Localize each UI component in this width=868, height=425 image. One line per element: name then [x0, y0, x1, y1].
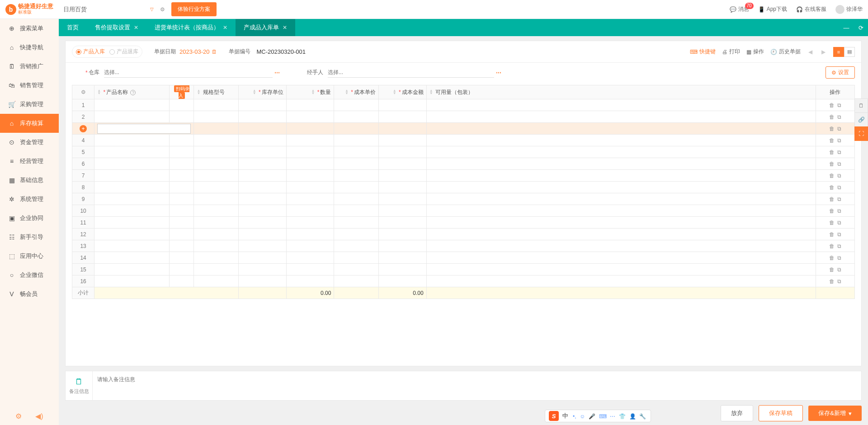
- ime-lang[interactable]: 中: [562, 412, 568, 420]
- spec-cell[interactable]: [194, 252, 238, 264]
- scan-cell[interactable]: [170, 217, 194, 229]
- avail-cell[interactable]: [426, 135, 816, 146]
- unit-cell[interactable]: [238, 217, 286, 229]
- price-cell[interactable]: [334, 252, 378, 264]
- table-row[interactable]: 1🗑⧉: [72, 99, 855, 111]
- calendar-icon[interactable]: 🗓: [212, 49, 217, 55]
- amount-cell[interactable]: [378, 252, 426, 264]
- avail-cell[interactable]: [426, 240, 816, 252]
- warehouse-input[interactable]: [104, 67, 273, 78]
- price-cell[interactable]: [334, 240, 378, 252]
- ime-tool-icon[interactable]: 🔧: [639, 413, 646, 420]
- ime-keyboard-icon[interactable]: ⌨: [599, 413, 607, 420]
- price-cell[interactable]: [334, 182, 378, 193]
- spec-cell[interactable]: [194, 264, 238, 276]
- messages-link[interactable]: 💬 消息 70: [730, 5, 749, 13]
- col-scan[interactable]: 扫码录入: [170, 85, 194, 99]
- qty-cell[interactable]: [286, 252, 334, 264]
- copy-row-button[interactable]: ⧉: [837, 149, 841, 155]
- qty-cell[interactable]: [286, 111, 334, 123]
- next-button[interactable]: ▶: [820, 49, 827, 55]
- qty-cell[interactable]: [286, 146, 334, 158]
- unit-cell[interactable]: [238, 99, 286, 111]
- delete-row-button[interactable]: 🗑: [829, 137, 835, 144]
- scan-cell[interactable]: [170, 252, 194, 264]
- history-button[interactable]: 🕘 历史单据: [770, 48, 801, 56]
- delete-row-button[interactable]: 🗑: [829, 220, 835, 226]
- spec-cell[interactable]: [194, 276, 238, 287]
- table-row[interactable]: 8🗑⧉: [72, 182, 855, 193]
- view-list-button[interactable]: ≡: [833, 47, 844, 57]
- table-wrap[interactable]: ⚙ ▲▼ *产品名称 ? 扫码录入 ▲▼ 规格型号: [66, 85, 861, 366]
- amount-cell[interactable]: [378, 240, 426, 252]
- amount-cell[interactable]: [378, 229, 426, 240]
- col-price[interactable]: ▲▼ *成本单价: [334, 85, 378, 99]
- ime-user-icon[interactable]: 👤: [629, 413, 636, 420]
- product-name-cell[interactable]: [94, 276, 170, 287]
- tab-refresh-button[interactable]: ⟳: [854, 19, 868, 36]
- settings-icon[interactable]: ⚙: [15, 412, 22, 420]
- close-icon[interactable]: ✕: [134, 24, 138, 31]
- copy-row-button[interactable]: ⧉: [837, 278, 841, 285]
- scan-cell[interactable]: [170, 240, 194, 252]
- avail-cell[interactable]: [426, 193, 816, 205]
- tab[interactable]: 进货单统计表（按商品）✕: [146, 19, 236, 36]
- operate-button[interactable]: ▦ 操作: [746, 48, 764, 56]
- delete-row-button[interactable]: 🗑: [829, 114, 835, 120]
- sidebar-item[interactable]: ☷新手引导: [0, 228, 59, 247]
- spec-cell[interactable]: [194, 217, 238, 229]
- avail-cell[interactable]: [426, 111, 816, 123]
- avail-cell[interactable]: [426, 182, 816, 193]
- amount-cell[interactable]: [378, 217, 426, 229]
- col-unit[interactable]: ▲▼ *库存单位: [238, 85, 286, 99]
- avail-cell[interactable]: [426, 123, 816, 135]
- unit-cell[interactable]: [238, 170, 286, 182]
- table-row[interactable]: 13🗑⧉: [72, 240, 855, 252]
- delete-row-button[interactable]: 🗑: [829, 184, 835, 191]
- delete-row-button[interactable]: 🗑: [829, 278, 835, 285]
- sidebar-item[interactable]: V畅会员: [0, 285, 59, 304]
- radio-product-in[interactable]: 产品入库: [76, 48, 105, 56]
- spec-cell[interactable]: [194, 123, 238, 135]
- product-name-cell[interactable]: [94, 123, 194, 135]
- unit-cell[interactable]: [238, 252, 286, 264]
- remark-input[interactable]: [93, 371, 861, 400]
- price-cell[interactable]: [334, 146, 378, 158]
- avail-cell[interactable]: [426, 229, 816, 240]
- scan-cell[interactable]: [170, 135, 194, 146]
- unit-cell[interactable]: [238, 123, 286, 135]
- amount-cell[interactable]: [378, 264, 426, 276]
- unit-cell[interactable]: [238, 205, 286, 217]
- price-cell[interactable]: [334, 193, 378, 205]
- spec-cell[interactable]: [194, 99, 238, 111]
- delete-row-button[interactable]: 🗑: [829, 161, 835, 167]
- ime-more-icon[interactable]: ⋯: [610, 413, 615, 420]
- ime-mic-icon[interactable]: 🎤: [589, 413, 595, 420]
- scan-cell[interactable]: [170, 205, 194, 217]
- table-row[interactable]: 15🗑⧉: [72, 264, 855, 276]
- delete-row-button[interactable]: 🗑: [829, 208, 835, 214]
- copy-row-button[interactable]: ⧉: [837, 102, 841, 108]
- spec-cell[interactable]: [194, 158, 238, 170]
- price-cell[interactable]: [334, 264, 378, 276]
- amount-cell[interactable]: [378, 123, 426, 135]
- table-row[interactable]: +🗑⧉: [72, 123, 855, 135]
- col-product-name[interactable]: ▲▼ *产品名称 ?: [94, 85, 170, 99]
- tab[interactable]: 售价提取设置✕: [87, 19, 146, 36]
- industry-cta-button[interactable]: 体验行业方案: [171, 2, 217, 16]
- scan-cell[interactable]: [170, 193, 194, 205]
- date-value[interactable]: 2023-03-20: [179, 48, 210, 55]
- avail-cell[interactable]: [426, 158, 816, 170]
- add-row-button[interactable]: +: [80, 125, 87, 132]
- price-cell[interactable]: [334, 158, 378, 170]
- qty-cell[interactable]: [286, 193, 334, 205]
- help-icon[interactable]: ?: [130, 90, 136, 95]
- sidebar-item[interactable]: ▦基础信息: [0, 171, 59, 190]
- copy-row-button[interactable]: ⧉: [837, 184, 841, 191]
- unit-cell[interactable]: [238, 182, 286, 193]
- view-card-button[interactable]: ▤: [844, 47, 855, 57]
- handler-input[interactable]: [328, 67, 494, 78]
- app-download-link[interactable]: 📱 App下载: [758, 5, 787, 13]
- delete-row-button[interactable]: 🗑: [829, 231, 835, 238]
- qty-cell[interactable]: [286, 158, 334, 170]
